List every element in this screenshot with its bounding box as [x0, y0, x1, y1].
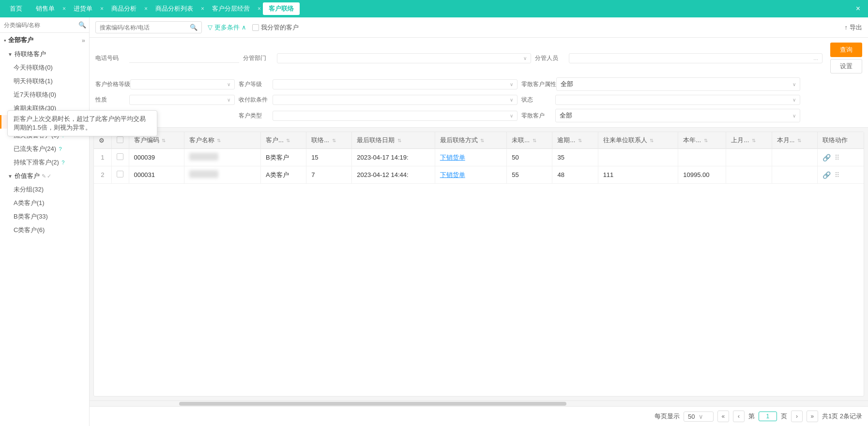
sidebar-item-c-class[interactable]: C类客户(6): [0, 223, 89, 237]
row-1-contacts: [598, 149, 678, 166]
next-page-button[interactable]: ›: [791, 411, 803, 422]
col-cust-type[interactable]: 客户... ⇅: [260, 132, 306, 149]
col-this-year[interactable]: 本年... ⇅: [678, 132, 726, 149]
value-group-header[interactable]: ▼ 价值客户 ✎ ✓: [0, 169, 89, 183]
row-2-link-icon[interactable]: 🔗: [822, 171, 831, 179]
col-last-date[interactable]: 最后联络日期 ⇅: [352, 132, 435, 149]
prev-page-button[interactable]: ‹: [733, 411, 745, 422]
main-layout: 🔍 ▪ 全部客户 » ▼ 待联络客户 今天待联络(0) 明天待联络(1) 近7天…: [0, 17, 868, 426]
first-page-button[interactable]: «: [717, 411, 729, 422]
close-all-button[interactable]: ×: [852, 4, 864, 13]
search-input[interactable]: [100, 24, 187, 31]
nav-purchase[interactable]: 进货单 ×: [68, 2, 104, 15]
col-last-method[interactable]: 最后联络方式 ⇅: [435, 132, 506, 149]
phone-input[interactable]: [129, 54, 239, 63]
col-uncontacted[interactable]: 未联... ⇅: [507, 132, 552, 149]
nav-goods-analysis-close[interactable]: ×: [144, 5, 148, 12]
col-last-month[interactable]: 上月... ⇅: [726, 132, 772, 149]
last-page-button[interactable]: »: [807, 411, 818, 422]
nav-sales-close[interactable]: ×: [62, 5, 66, 12]
row-1-more-icon[interactable]: ⠿: [835, 154, 839, 162]
col-code-label: 客户编码: [134, 136, 159, 144]
export-button[interactable]: ↑ 导出: [845, 23, 863, 32]
row-1-last-method[interactable]: 下销货单: [435, 149, 506, 166]
per-page-select[interactable]: 50 ∨: [684, 411, 714, 422]
row-1-link-icon[interactable]: 🔗: [822, 154, 831, 162]
nav-sales[interactable]: 销售单 ×: [30, 2, 66, 15]
col-name[interactable]: 客户名称 ⇅: [184, 132, 260, 149]
pending-group-header[interactable]: ▼ 待联络客户: [0, 47, 89, 61]
my-customers-toggle[interactable]: 我分管的客户: [252, 23, 299, 32]
search-icon[interactable]: 🔍: [190, 24, 198, 31]
col-this-month-label: 本月...: [777, 136, 795, 144]
more-conditions-button[interactable]: ▽ 更多条件 ∧: [208, 23, 246, 32]
dept-chevron-icon: ∨: [523, 56, 527, 61]
edit-icon[interactable]: ✎: [42, 173, 46, 179]
col-contact-count[interactable]: 联络... ⇅: [306, 132, 352, 149]
row-2-more-icon[interactable]: ⠿: [835, 171, 839, 179]
col-overdue[interactable]: 逾期... ⇅: [552, 132, 598, 149]
sidebar-item-b-class[interactable]: B类客户(33): [0, 210, 89, 223]
col-cust-type-label: 客户...: [266, 136, 284, 144]
nav-goods-list[interactable]: 商品分析列表 ×: [150, 2, 204, 15]
sidebar-item-ungrouped[interactable]: 未分组(32): [0, 183, 89, 196]
row-2-last-method[interactable]: 下销货单: [435, 166, 506, 184]
nature-select[interactable]: ∨: [129, 95, 235, 105]
nav-goods-analysis-label: 商品分析: [106, 2, 142, 15]
current-page-input[interactable]: [759, 411, 777, 421]
retail-cust-chevron: ∨: [792, 113, 796, 118]
row-2-checkbox[interactable]: [111, 166, 129, 184]
sidebar-item-tomorrow[interactable]: 明天待联络(1): [0, 74, 89, 88]
settings-icon[interactable]: ⚙: [99, 137, 105, 144]
nav-purchase-close[interactable]: ×: [100, 5, 104, 12]
col-contacts[interactable]: 往来单位联系人 ⇅: [598, 132, 678, 149]
row-checkbox-1[interactable]: [117, 153, 123, 160]
nav-customer-contact[interactable]: 客户联络 ×: [263, 2, 305, 15]
nav-goods-analysis[interactable]: 商品分析 ×: [106, 2, 148, 15]
col-this-month[interactable]: 本月... ⇅: [772, 132, 817, 149]
table-header-row: ⚙ 客户编码 ⇅ 客户名称 ⇅: [94, 132, 864, 149]
filter-cust-type: 客户类型 ∨: [239, 111, 518, 121]
horizontal-scrollbar[interactable]: [90, 400, 868, 406]
sidebar-item-today[interactable]: 今天待联络(0): [0, 61, 89, 74]
filter-person: 分管人员 …: [535, 53, 822, 63]
cust-level-select[interactable]: ∨: [273, 79, 518, 89]
sidebar-search-input[interactable]: [4, 22, 76, 29]
nav-home[interactable]: 首页: [4, 2, 28, 15]
nav-customer-tier[interactable]: 客户分层经营 ×: [206, 2, 261, 15]
person-select[interactable]: …: [569, 53, 822, 63]
nav-customer-contact-close[interactable]: ×: [302, 5, 305, 12]
value-group-edit2[interactable]: ✓: [47, 173, 51, 179]
sidebar-item-7days[interactable]: 近7天待联络(0): [0, 88, 89, 102]
row-1-checkbox[interactable]: [111, 149, 129, 166]
payment-select[interactable]: ∨: [273, 95, 518, 105]
row-2-name: [184, 166, 260, 184]
row-2-last-date: 2023-04-12 14:44:: [352, 166, 435, 184]
scrollbar-thumb[interactable]: [179, 402, 566, 406]
my-customers-checkbox[interactable]: [252, 24, 259, 31]
retail-attr-label: 零散客户属性: [521, 80, 556, 88]
row-2-method-link[interactable]: 下销货单: [440, 171, 465, 178]
sidebar-collapse-icon[interactable]: »: [82, 37, 85, 44]
all-customers-header[interactable]: ▪ 全部客户 »: [0, 33, 89, 47]
sidebar-search-icon[interactable]: 🔍: [78, 21, 86, 29]
cust-type-select[interactable]: ∨: [273, 111, 518, 121]
retail-attr-select[interactable]: 全部 ∨: [556, 77, 800, 91]
sidebar-item-churned[interactable]: 已流失客户(24) ?: [0, 142, 89, 156]
dept-select[interactable]: ∨: [277, 53, 531, 63]
sidebar-item-7days-label: 近7天待联络(0): [14, 91, 56, 98]
query-button[interactable]: 查询: [830, 43, 862, 57]
nav-goods-list-close[interactable]: ×: [201, 5, 204, 12]
row-1-method-link[interactable]: 下销货单: [440, 154, 465, 161]
status-select[interactable]: ∨: [555, 95, 800, 105]
price-level-select[interactable]: ∨: [130, 79, 235, 89]
row-checkbox-2[interactable]: [117, 171, 123, 177]
header-checkbox[interactable]: [117, 136, 123, 143]
settings-button[interactable]: 设置: [830, 59, 862, 73]
nav-customer-tier-close[interactable]: ×: [258, 5, 261, 12]
sidebar-item-a-class[interactable]: A类客户(1): [0, 196, 89, 210]
row-2-code: 000031: [129, 166, 184, 184]
retail-cust-select[interactable]: 全部 ∨: [555, 109, 800, 122]
sidebar-item-declining[interactable]: 持续下滑客户(2) ?: [0, 156, 89, 169]
page-number-field[interactable]: [762, 413, 774, 420]
